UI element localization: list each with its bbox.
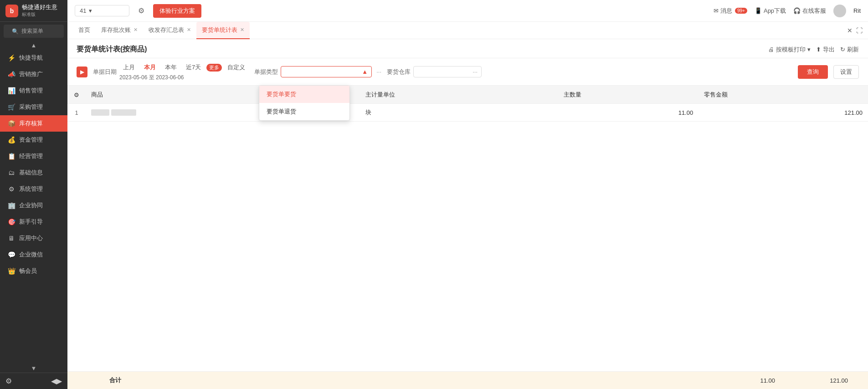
warehouse-more-icon[interactable]: ···	[473, 68, 478, 75]
top-header: 41 ▾ ⚙ 体验行业方案 ✉ 消息 99+ 📱 App下载 🎧 在线客服 Ri…	[67, 0, 868, 22]
operation-icon: 📋	[7, 152, 15, 160]
collapse-icon[interactable]: ◀▶	[51, 377, 62, 385]
sidebar-item-label: 新手引导	[19, 218, 43, 226]
app-center-icon: 🖥	[7, 234, 15, 242]
refresh-icon: ↻	[840, 46, 845, 53]
sidebar-footer: ⚙ ◀▶	[0, 373, 67, 389]
tab-close-all-icon[interactable]: ✕	[847, 27, 853, 34]
sidebar-item-guide[interactable]: 🎯 新手引导	[0, 214, 67, 230]
type-filter-label: 单据类型	[254, 68, 278, 76]
query-button[interactable]: 查询	[798, 65, 828, 79]
sidebar-scroll-down[interactable]: ▼	[0, 363, 67, 373]
date-filter-group: 单据日期 上月 本月 本年 近7天 更多 自定义 2023-05-06 至 20…	[93, 62, 249, 82]
col-amount: 零售金额	[699, 86, 868, 104]
sidebar-item-sales[interactable]: 📊 销售管理	[0, 82, 67, 99]
gear-icon[interactable]: ⚙	[74, 92, 79, 98]
sidebar-item-inventory[interactable]: 📦 库存核算	[0, 115, 67, 132]
tab-close-batch[interactable]: ✕	[134, 27, 138, 33]
setting-button[interactable]: 设置	[833, 65, 859, 79]
sidebar-scroll-up[interactable]: ▲	[0, 41, 67, 50]
sidebar-item-label: 销售管理	[19, 87, 43, 95]
user-name: Rit	[853, 7, 861, 14]
date-more-badge[interactable]: 更多	[206, 64, 222, 72]
message-badge: 99+	[735, 8, 747, 14]
date-custom-btn[interactable]: 自定义	[224, 62, 249, 73]
type-filter-more-icon[interactable]: ···	[376, 68, 381, 75]
dropdown-item-order-return[interactable]: 要货单退货	[259, 103, 349, 120]
refresh-button[interactable]: ↻ 刷新	[840, 46, 859, 54]
tab-maximize-icon[interactable]: ⛶	[856, 27, 863, 34]
store-dropdown-icon: ▾	[89, 7, 92, 14]
tab-receive-summary[interactable]: 收发存汇总表 ✕	[143, 22, 196, 39]
guide-icon: 🎯	[7, 218, 15, 226]
date-btn-this-month[interactable]: 本月	[140, 62, 159, 73]
sidebar-item-app-center[interactable]: 🖥 应用中心	[0, 230, 67, 246]
sidebar-item-operation[interactable]: 📋 经营管理	[0, 148, 67, 164]
sidebar-item-marketing[interactable]: 📣 营销推广	[0, 66, 67, 82]
sidebar-item-label: 经营管理	[19, 152, 43, 160]
settings-icon[interactable]: ⚙	[5, 377, 12, 385]
sidebar-item-basic[interactable]: 🗂 基础信息	[0, 164, 67, 181]
message-icon: ✉	[714, 7, 719, 14]
sidebar-item-label: 应用中心	[19, 234, 43, 242]
sidebar-item-enterprise[interactable]: 🏢 企业协同	[0, 197, 67, 214]
tab-home[interactable]: 首页	[73, 22, 96, 39]
sales-icon: 📊	[7, 87, 15, 95]
type-filter-chevron-icon: ▲	[362, 68, 368, 75]
sidebar-item-quick-nav[interactable]: ⚡ 快捷导航	[0, 50, 67, 66]
print-button[interactable]: 🖨 按模板打印 ▾	[768, 46, 811, 54]
tab-order-stats[interactable]: 要货单统计表 ✕	[196, 22, 250, 39]
filter-expand-button[interactable]: ▶	[77, 67, 87, 77]
sidebar-item-finance[interactable]: 💰 资金管理	[0, 132, 67, 148]
trial-button[interactable]: 体验行业方案	[153, 4, 201, 18]
sidebar-item-label: 快捷导航	[19, 54, 43, 62]
sidebar-logo: b 畅捷通好生意 标准版	[0, 0, 67, 22]
message-action[interactable]: ✉ 消息 99+	[714, 7, 747, 15]
cell-amount: 121.00	[699, 104, 868, 122]
col-quantity: 主数量	[558, 86, 699, 104]
quick-nav-icon: ⚡	[7, 54, 15, 62]
data-table-area: ⚙ 商品 主计量单位 主数量 零售金额 1	[67, 86, 868, 371]
table-header-row: ⚙ 商品 主计量单位 主数量 零售金额	[67, 86, 868, 104]
basic-icon: 🗂	[7, 169, 15, 177]
sidebar-item-label: 企业微信	[19, 251, 43, 259]
system-icon: ⚙	[7, 185, 15, 193]
footer-label: 合计	[91, 376, 200, 384]
header-settings-button[interactable]: ⚙	[135, 5, 148, 17]
dropdown-item-order-goods[interactable]: 要货单要货	[259, 86, 349, 103]
app-sub: 标准版	[22, 11, 57, 18]
warehouse-filter-label: 要货仓库	[387, 68, 411, 76]
sidebar-item-system[interactable]: ⚙ 系统管理	[0, 181, 67, 197]
tabs-bar: 首页 库存批次账 ✕ 收发存汇总表 ✕ 要货单统计表 ✕ ✕ ⛶	[67, 22, 868, 39]
sidebar-item-weixin[interactable]: 💬 企业微信	[0, 246, 67, 263]
purchase-icon: 🛒	[7, 103, 15, 111]
table-row: 1 块 11.00 121.00	[67, 104, 868, 122]
date-btn-this-year[interactable]: 本年	[161, 62, 180, 73]
tab-close-receive[interactable]: ✕	[187, 27, 191, 33]
user-avatar[interactable]	[833, 5, 846, 17]
cell-unit: 块	[360, 104, 558, 122]
sidebar-item-label: 营销推广	[19, 70, 43, 78]
export-button[interactable]: ⬆ 导出	[816, 46, 835, 54]
date-btn-7days[interactable]: 近7天	[182, 62, 205, 73]
sidebar-item-purchase[interactable]: 🛒 采购管理	[0, 99, 67, 115]
finance-icon: 💰	[7, 136, 15, 144]
filter-bar: ▶ 单据日期 上月 本月 本年 近7天 更多 自定义 2023-05-06 至 …	[67, 58, 868, 86]
sidebar-item-member[interactable]: 👑 畅会员	[0, 263, 67, 279]
warehouse-filter-input[interactable]: ···	[413, 66, 482, 77]
date-range-display: 2023-05-06 至 2023-06-06	[119, 74, 249, 82]
type-filter-input[interactable]: ▲	[281, 66, 372, 77]
app-download-action[interactable]: 📱 App下载	[755, 7, 786, 15]
sidebar: b 畅捷通好生意 标准版 🔍 搜索菜单 ▲ ⚡ 快捷导航 📣 营销推广 📊 销售…	[0, 0, 67, 389]
inventory-icon: 📦	[7, 119, 15, 128]
type-filter-group: 单据类型 ▲ ···	[254, 66, 381, 77]
store-selector[interactable]: 41 ▾	[75, 5, 129, 16]
date-btn-last-month[interactable]: 上月	[119, 62, 139, 73]
sidebar-search[interactable]: 🔍 搜索菜单	[4, 25, 64, 38]
col-unit: 主计量单位	[360, 86, 558, 104]
tab-close-order-stats[interactable]: ✕	[240, 27, 244, 33]
page-header: 要货单统计表(按商品) 🖨 按模板打印 ▾ ⬆ 导出 ↻ 刷新	[67, 39, 868, 58]
tab-batch-account[interactable]: 库存批次账 ✕	[96, 22, 143, 39]
page-content: 要货单统计表(按商品) 🖨 按模板打印 ▾ ⬆ 导出 ↻ 刷新 ▶	[67, 39, 868, 389]
online-service-action[interactable]: 🎧 在线客服	[793, 7, 826, 15]
